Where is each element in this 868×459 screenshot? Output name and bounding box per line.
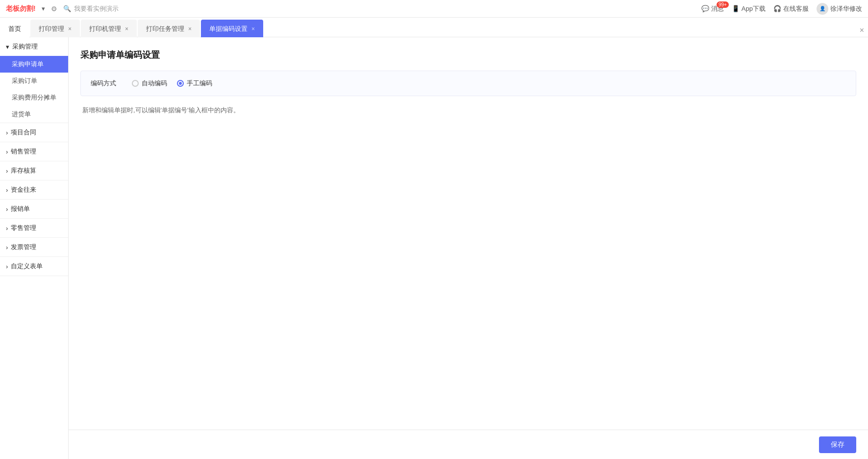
sidebar-group-returns: › 报销单 bbox=[0, 200, 68, 219]
radio-manual-circle bbox=[177, 80, 184, 87]
radio-auto-label: 自动编码 bbox=[142, 79, 167, 88]
radio-auto-circle bbox=[132, 80, 139, 87]
arrow-right-icon-inventory: › bbox=[6, 167, 8, 175]
sidebar-group-custom-form-title[interactable]: › 自定义表单 bbox=[0, 257, 68, 276]
search-hint[interactable]: 🔍 我要看实例演示 bbox=[63, 4, 119, 13]
message-badge: 99+ bbox=[717, 1, 729, 8]
message-button[interactable]: 💬 消息 99+ bbox=[701, 4, 724, 13]
sidebar-group-invoice: › 发票管理 bbox=[0, 238, 68, 257]
dropdown-toggle[interactable]: ▾ bbox=[42, 5, 45, 12]
sidebar-group-project: › 项目合同 bbox=[0, 123, 68, 142]
sidebar-group-invoice-title[interactable]: › 发票管理 bbox=[0, 238, 68, 256]
main-layout: ▾ 采购管理 采购申请单 采购订单 采购费用分摊单 进货单 › 项目合同 bbox=[0, 37, 868, 459]
tab-close-print-task[interactable]: × bbox=[188, 26, 192, 32]
sidebar-group-sales: › 销售管理 bbox=[0, 142, 68, 161]
arrow-down-icon: ▾ bbox=[6, 43, 9, 51]
sidebar-group-custom-form-label: 自定义表单 bbox=[11, 262, 43, 271]
message-icon: 💬 bbox=[701, 5, 709, 12]
username: 徐泽华修改 bbox=[830, 4, 862, 13]
top-bar-left: 老板勿割! ▾ ⚙ 🔍 我要看实例演示 bbox=[6, 4, 119, 13]
search-text: 我要看实例演示 bbox=[74, 4, 119, 13]
sidebar-group-inventory: › 库存核算 bbox=[0, 161, 68, 180]
tab-printer-mgmt[interactable]: 打印机管理 × bbox=[81, 20, 137, 37]
app-download-button[interactable]: 📱 App下载 bbox=[732, 4, 766, 13]
radio-manual-label: 手工编码 bbox=[187, 79, 212, 88]
sidebar-group-returns-label: 报销单 bbox=[11, 204, 30, 213]
arrow-right-icon-capital: › bbox=[6, 186, 8, 194]
radio-group: 自动编码 手工编码 bbox=[132, 79, 212, 88]
content-footer: 保存 bbox=[69, 430, 868, 459]
sidebar-group-retail-title[interactable]: › 零售管理 bbox=[0, 219, 68, 237]
encode-section: 编码方式 自动编码 手工编码 bbox=[80, 71, 856, 96]
sidebar-group-sales-title[interactable]: › 销售管理 bbox=[0, 142, 68, 161]
sidebar-group-retail-label: 零售管理 bbox=[11, 224, 36, 232]
sidebar-group-project-title[interactable]: › 项目合同 bbox=[0, 123, 68, 142]
sidebar-item-purchase-request[interactable]: 采购申请单 bbox=[0, 56, 68, 73]
app-download-icon: 📱 bbox=[732, 5, 740, 12]
sidebar-item-purchase-order-label: 采购订单 bbox=[12, 77, 37, 84]
tab-close-single-code[interactable]: × bbox=[251, 26, 255, 32]
encode-label: 编码方式 bbox=[91, 79, 120, 88]
sidebar-item-incoming-label: 进货单 bbox=[12, 110, 31, 118]
page-title: 采购申请单编码设置 bbox=[80, 49, 856, 61]
sidebar-group-capital: › 资金往来 bbox=[0, 180, 68, 200]
sidebar-group-returns-title[interactable]: › 报销单 bbox=[0, 200, 68, 218]
arrow-right-icon-sales: › bbox=[6, 148, 8, 155]
radio-auto[interactable]: 自动编码 bbox=[132, 79, 167, 88]
tab-home[interactable]: 首页 bbox=[0, 20, 29, 37]
arrow-right-icon-returns: › bbox=[6, 205, 8, 213]
sidebar-group-capital-title[interactable]: › 资金往来 bbox=[0, 180, 68, 199]
sidebar-group-sales-label: 销售管理 bbox=[11, 147, 36, 156]
tab-bar: 首页 打印管理 × 打印机管理 × 打印任务管理 × 单据编码设置 × × bbox=[0, 18, 868, 37]
search-icon: 🔍 bbox=[63, 5, 71, 12]
arrow-right-icon-retail: › bbox=[6, 225, 8, 232]
sidebar-group-purchase: ▾ 采购管理 采购申请单 采购订单 采购费用分摊单 进货单 bbox=[0, 37, 68, 123]
tab-printer-mgmt-label: 打印机管理 bbox=[89, 25, 121, 33]
sidebar-group-purchase-title[interactable]: ▾ 采购管理 bbox=[0, 37, 68, 56]
arrow-right-icon-custom-form: › bbox=[6, 263, 8, 270]
tab-print-task-label: 打印任务管理 bbox=[146, 25, 184, 33]
sidebar-group-inventory-title[interactable]: › 库存核算 bbox=[0, 161, 68, 180]
tab-print-mgmt[interactable]: 打印管理 × bbox=[30, 20, 80, 37]
sidebar-group-project-label: 项目合同 bbox=[11, 128, 36, 137]
sidebar-group-purchase-label: 采购管理 bbox=[12, 42, 38, 51]
tab-close-print-mgmt[interactable]: × bbox=[68, 26, 72, 32]
tab-close-printer-mgmt[interactable]: × bbox=[125, 26, 128, 32]
hint-text: 新增和编辑单据时,可以编辑'单据编号'输入框中的内容。 bbox=[80, 106, 856, 115]
sidebar-group-capital-label: 资金往来 bbox=[11, 185, 36, 194]
top-bar: 老板勿割! ▾ ⚙ 🔍 我要看实例演示 💬 消息 99+ 📱 App下载 🎧 在… bbox=[0, 0, 868, 18]
sidebar-item-purchase-request-label: 采购申请单 bbox=[12, 60, 44, 68]
tab-home-label: 首页 bbox=[8, 25, 21, 33]
online-service-label: 在线客服 bbox=[783, 4, 809, 13]
sidebar-group-invoice-label: 发票管理 bbox=[11, 243, 36, 252]
user-profile[interactable]: 👤 徐泽华修改 bbox=[817, 3, 862, 15]
tab-print-mgmt-label: 打印管理 bbox=[39, 25, 64, 33]
sidebar-item-purchase-order[interactable]: 采购订单 bbox=[0, 73, 68, 89]
sidebar-item-purchase-expense-label: 采购费用分摊单 bbox=[12, 94, 56, 101]
sidebar-item-purchase-expense[interactable]: 采购费用分摊单 bbox=[0, 89, 68, 106]
encode-row: 编码方式 自动编码 手工编码 bbox=[91, 79, 846, 88]
radio-manual[interactable]: 手工编码 bbox=[177, 79, 212, 88]
content-inner: 采购申请单编码设置 编码方式 自动编码 手工编码 bbox=[69, 37, 868, 430]
settings-icon[interactable]: ⚙ bbox=[51, 5, 57, 13]
sidebar-group-custom-form: › 自定义表单 bbox=[0, 257, 68, 276]
tab-single-code[interactable]: 单据编码设置 × bbox=[201, 20, 263, 37]
content-area: 采购申请单编码设置 编码方式 自动编码 手工编码 bbox=[69, 37, 868, 459]
arrow-right-icon-project: › bbox=[6, 129, 8, 136]
sidebar-group-retail: › 零售管理 bbox=[0, 219, 68, 238]
app-logo: 老板勿割! bbox=[6, 4, 36, 13]
top-bar-right: 💬 消息 99+ 📱 App下载 🎧 在线客服 👤 徐泽华修改 bbox=[701, 3, 862, 15]
page-close-button[interactable]: × bbox=[856, 24, 868, 37]
app-download-label: App下载 bbox=[742, 4, 766, 13]
headset-icon: 🎧 bbox=[773, 5, 781, 12]
sidebar-item-incoming[interactable]: 进货单 bbox=[0, 106, 68, 123]
sidebar-group-inventory-label: 库存核算 bbox=[11, 166, 36, 175]
arrow-right-icon-invoice: › bbox=[6, 244, 8, 251]
dropdown-arrow-icon: ▾ bbox=[42, 5, 45, 12]
avatar: 👤 bbox=[817, 3, 828, 15]
tab-print-task[interactable]: 打印任务管理 × bbox=[138, 20, 200, 37]
tab-single-code-label: 单据编码设置 bbox=[209, 25, 248, 33]
online-service-button[interactable]: 🎧 在线客服 bbox=[773, 4, 809, 13]
save-button[interactable]: 保存 bbox=[819, 436, 856, 453]
sidebar: ▾ 采购管理 采购申请单 采购订单 采购费用分摊单 进货单 › 项目合同 bbox=[0, 37, 69, 459]
